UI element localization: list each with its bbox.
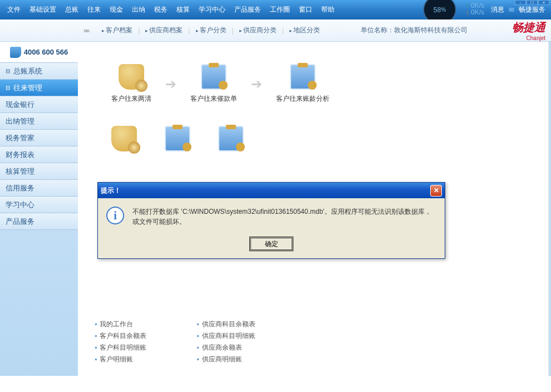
brand-logo: 畅捷通 Chanjet (512, 20, 545, 41)
people-icon (111, 126, 137, 151)
func-supplier-clear[interactable] (111, 126, 137, 151)
link-cust-detail[interactable]: 客户科目明细账 (95, 343, 146, 352)
sidebar-item-learn[interactable]: 学习中心 (0, 197, 78, 213)
clipboard-icon (218, 126, 244, 151)
sidebar-item-gl[interactable]: 总账系统 (0, 63, 78, 80)
dialog-buttons: 确定 (98, 235, 445, 258)
clipboard-icon (201, 64, 227, 90)
menu-ar[interactable]: 往来 (83, 5, 105, 14)
people-icon (119, 64, 144, 90)
menu-cashier[interactable]: 出纳 (127, 5, 150, 14)
sub-toolbar: »» 客户档案 | 供应商档案 | 客户分类 | 供应商分类 | 地区分类 单位… (0, 19, 551, 42)
menu-help[interactable]: 帮助 (317, 5, 339, 14)
sidebar-item-audit[interactable]: 核算管理 (0, 163, 78, 180)
menu-gl[interactable]: 总账 (61, 5, 83, 14)
chevron-expand-icon[interactable]: »» (83, 27, 88, 35)
menu-basicsettings[interactable]: 基础设置 (25, 5, 61, 14)
sidebar-item-ar[interactable]: 往来管理 (0, 80, 78, 96)
gauge-value: 58 (434, 6, 441, 14)
arrow-icon: ➔ (165, 76, 176, 92)
function-row-2 (111, 126, 551, 151)
phone-box: 4006 600 566 (0, 42, 78, 63)
func-label: 客户往来两清 (111, 94, 151, 104)
link-workbench[interactable]: 我的工作台 (95, 320, 146, 329)
right-border (548, 42, 551, 376)
info-icon: i (106, 207, 124, 224)
menubar-right: 消息 ✉ 畅捷服务 (491, 5, 545, 14)
link-supp-ledger[interactable]: 供应商明细账 (196, 355, 255, 364)
func-supplier-aging[interactable] (218, 126, 244, 151)
link-supp-subj-detail[interactable]: 供应商科目明细账 (196, 331, 255, 341)
sidebar-item-credit[interactable]: 信用服务 (0, 180, 78, 197)
menu-audit[interactable]: 核算 (172, 5, 194, 14)
menu-window[interactable]: 窗口 (294, 5, 317, 14)
ok-button[interactable]: 确定 (250, 238, 292, 250)
sidebar-item-cashier[interactable]: 出纳管理 (0, 113, 78, 130)
phone-number: 4006 600 566 (24, 48, 68, 56)
net-down: 0K/s (471, 9, 484, 16)
unit-name: 单位名称：敦化海斯特科技有限公司 (361, 26, 468, 35)
brand-en: Chanjet (512, 35, 545, 41)
minimize-button[interactable]: - (515, 0, 526, 5)
clipboard-icon (165, 126, 190, 151)
sidebar-item-cashbank[interactable]: 现金银行 (0, 96, 78, 113)
messages-link[interactable]: 消息 (491, 5, 504, 14)
tb-area-class[interactable]: 地区分类 (287, 26, 322, 35)
dialog-titlebar[interactable]: 提示！ ✕ (98, 183, 445, 198)
menu-learn[interactable]: 学习中心 (194, 5, 230, 14)
func-customer-dunning[interactable]: 客户往来催款单 (190, 64, 237, 104)
menu-workcircle[interactable]: 工作圈 (265, 5, 294, 14)
menu-product[interactable]: 产品服务 (230, 5, 265, 14)
bottom-col-1: 我的工作台 客户科目余额表 客户科目明细账 客户明细账 (95, 320, 146, 364)
clipboard-search-icon (290, 64, 316, 90)
tb-supplier-class[interactable]: 供应商分类 (237, 26, 279, 35)
net-stats: 0K/s 0K/s (466, 2, 484, 16)
menu-tax[interactable]: 税务 (150, 5, 172, 14)
maximize-button[interactable]: □ (527, 0, 538, 5)
dialog-body: i 不能打开数据库 'C:\WINDOWS\system32\ufinit013… (98, 198, 445, 235)
func-supplier-dunning[interactable] (165, 126, 190, 151)
tb-supplier-archive[interactable]: 供应商档案 (143, 26, 185, 35)
dialog-message: 不能打开数据库 'C:\WINDOWS\system32\ufinit01361… (132, 207, 436, 227)
sidebar: 3-财务通普及版 4006 600 566 总账系统 往来管理 现金银行 出纳管… (0, 19, 78, 376)
function-row-1: 客户往来两清 ➔ 客户往来催款单 ➔ 客户往来账龄分析 (111, 64, 551, 104)
link-supp-balance[interactable]: 供应商余额表 (196, 343, 255, 352)
func-label: 客户往来催款单 (190, 94, 237, 104)
error-dialog: 提示！ ✕ i 不能打开数据库 'C:\WINDOWS\system32\ufi… (97, 182, 445, 259)
bottom-links: 我的工作台 客户科目余额表 客户科目明细账 客户明细账 供应商科目余额表 供应商… (95, 320, 255, 364)
window-buttons: - □ × (515, 0, 549, 5)
dialog-title-text: 提示！ (101, 186, 121, 195)
tb-customer-archive[interactable]: 客户档案 (100, 26, 135, 35)
link-supp-subj-balance[interactable]: 供应商科目余额表 (196, 320, 255, 329)
gauge-pct: % (441, 7, 446, 13)
phone-icon (10, 47, 21, 58)
bottom-col-2: 供应商科目余额表 供应商科目明细账 供应商余额表 供应商明细账 (196, 320, 255, 364)
func-customer-aging[interactable]: 客户往来账龄分析 (276, 64, 329, 104)
menubar: 文件 基础设置 总账 往来 现金 出纳 税务 核算 学习中心 产品服务 工作圈 … (0, 0, 551, 19)
arrow-icon: ➔ (251, 76, 262, 92)
link-cust-ledger[interactable]: 客户明细账 (95, 355, 146, 364)
link-cust-balance[interactable]: 客户科目余额表 (95, 331, 146, 341)
close-icon[interactable]: ✕ (430, 185, 442, 197)
close-window-button[interactable]: × (538, 0, 549, 5)
menu-cash[interactable]: 现金 (105, 5, 127, 14)
func-customer-clear[interactable]: 客户往来两清 (111, 64, 151, 104)
sidebar-item-product[interactable]: 产品服务 (0, 213, 78, 230)
tb-customer-class[interactable]: 客户分类 (194, 26, 229, 35)
func-label: 客户往来账龄分析 (276, 94, 329, 104)
menu-file[interactable]: 文件 (3, 5, 25, 14)
brand-cn: 畅捷通 (512, 20, 545, 35)
service-link[interactable]: 畅捷服务 (519, 5, 545, 14)
sidebar-item-tax[interactable]: 税务管家 (0, 130, 78, 146)
sidebar-item-report[interactable]: 财务报表 (0, 146, 78, 163)
